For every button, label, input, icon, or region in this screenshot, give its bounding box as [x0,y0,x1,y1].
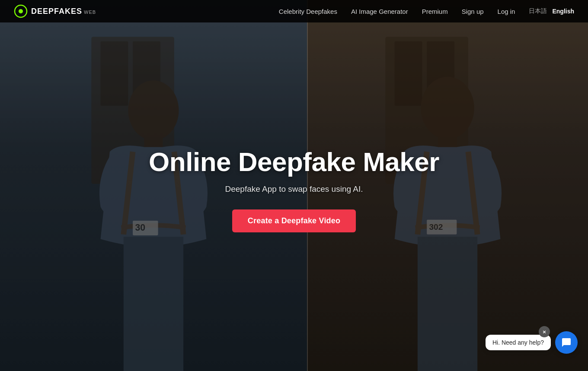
nav-log-in[interactable]: Log in [498,8,515,15]
hero-subtitle: Deepfake App to swap faces using AI. [225,184,363,194]
create-deepfake-button[interactable]: Create a Deepfake Video [232,209,356,232]
lang-japanese[interactable]: 日本語 [529,7,547,15]
lang-english[interactable]: English [552,8,574,15]
nav-sign-up[interactable]: Sign up [462,8,484,15]
chat-message: Hi. Need any help? [486,335,551,350]
navbar: DEEPFAKES WEB Celebrity Deepfakes AI Ima… [0,0,588,22]
chat-widget: × Hi. Need any help? [486,331,578,354]
svg-point-1 [19,9,23,13]
chat-close-button[interactable]: × [539,326,550,337]
language-selector: 日本語 English [529,7,574,15]
logo-sub-text: WEB [84,10,96,15]
chat-open-button[interactable] [555,331,578,354]
nav-ai-image-generator[interactable]: AI Image Generator [351,8,408,15]
hero-section: DEEPFAKES WEB Celebrity Deepfakes AI Ima… [0,0,588,371]
chat-icon [561,337,572,348]
nav-premium[interactable]: Premium [422,8,448,15]
logo-main-text: DEEPFAKES [31,7,82,16]
hero-content: Online Deepfake Maker Deepfake App to sw… [0,0,588,371]
logo-link[interactable]: DEEPFAKES WEB [14,4,96,18]
nav-links: Celebrity Deepfakes AI Image Generator P… [279,7,574,15]
hero-title: Online Deepfake Maker [149,147,439,177]
nav-celebrity-deepfakes[interactable]: Celebrity Deepfakes [279,8,337,15]
